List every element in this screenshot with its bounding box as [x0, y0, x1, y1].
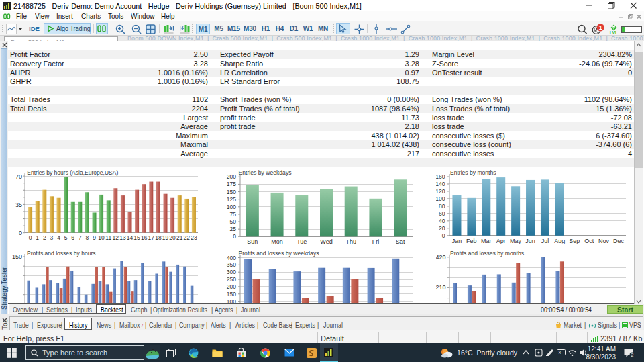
svg-text:Feb: Feb	[466, 238, 477, 244]
svg-text:11: 11	[105, 234, 111, 241]
svg-text:7: 7	[78, 234, 82, 241]
svg-text:35: 35	[15, 201, 22, 208]
svg-text:20: 20	[439, 225, 445, 232]
svg-text:2: 2	[43, 234, 46, 241]
svg-text:Sep: Sep	[569, 238, 580, 244]
svg-text:Aug: Aug	[554, 238, 565, 244]
svg-text:20: 20	[169, 234, 176, 241]
svg-text:175: 175	[227, 181, 236, 187]
svg-text:140: 140	[436, 181, 445, 187]
svg-text:Sun: Sun	[247, 238, 258, 245]
svg-text:Jan: Jan	[452, 238, 462, 244]
svg-text:2: 2	[631, 353, 634, 357]
svg-text:23: 23	[191, 234, 197, 241]
svg-text:210: 210	[436, 284, 446, 291]
svg-text:125: 125	[227, 196, 236, 203]
svg-text:Apr: Apr	[496, 238, 506, 244]
svg-text:Entries by weekdays: Entries by weekdays	[239, 169, 292, 176]
svg-text:0: 0	[442, 232, 445, 239]
svg-text:1: 1	[36, 234, 39, 241]
svg-text:160: 160	[436, 173, 445, 180]
svg-text:10: 10	[98, 234, 105, 241]
svg-text:Fri: Fri	[372, 238, 380, 245]
svg-text:6: 6	[71, 234, 74, 241]
svg-text:100: 100	[227, 203, 236, 210]
svg-text:Wed: Wed	[320, 238, 332, 245]
svg-text:X: X	[559, 351, 561, 355]
svg-text:0: 0	[19, 230, 22, 236]
svg-text:150: 150	[227, 189, 236, 195]
svg-text:17: 17	[148, 234, 155, 241]
svg-text:400: 400	[227, 255, 236, 261]
svg-text:Nov: Nov	[598, 238, 610, 244]
svg-text:1: 1	[599, 24, 602, 31]
svg-text:70: 70	[15, 173, 22, 180]
svg-text:50: 50	[230, 218, 237, 225]
svg-text:200: 200	[227, 283, 236, 290]
svg-text:25: 25	[230, 226, 237, 232]
svg-text:5: 5	[64, 234, 68, 241]
svg-text:Profits and losses by weekdays: Profits and losses by weekdays	[239, 249, 319, 257]
svg-text:21: 21	[176, 234, 183, 241]
svg-text:16: 16	[141, 234, 148, 241]
svg-text:19: 19	[162, 234, 169, 241]
svg-text:150: 150	[12, 253, 22, 260]
svg-text:Dec: Dec	[613, 238, 625, 244]
svg-text:14: 14	[127, 234, 133, 241]
svg-text:Mon: Mon	[271, 238, 283, 245]
svg-text:9: 9	[93, 234, 96, 241]
svg-text:8: 8	[86, 234, 89, 241]
svg-text:Entries by months: Entries by months	[450, 169, 496, 176]
svg-text:60: 60	[439, 210, 445, 217]
svg-text:12: 12	[113, 234, 119, 241]
svg-text:Profits and losses by hours: Profits and losses by hours	[27, 249, 96, 257]
svg-text:Sat: Sat	[396, 238, 405, 245]
svg-text:Jun: Jun	[525, 238, 535, 244]
svg-text:75: 75	[230, 211, 237, 218]
svg-text:420: 420	[436, 254, 446, 261]
svg-text:80: 80	[439, 203, 445, 210]
svg-text:Mar: Mar	[481, 238, 492, 244]
svg-text:40: 40	[439, 218, 445, 224]
svg-text:100: 100	[436, 195, 445, 202]
svg-text:250: 250	[227, 276, 236, 283]
svg-text:Tue: Tue	[297, 238, 307, 245]
svg-text:Thu: Thu	[345, 238, 356, 245]
svg-text:Oct: Oct	[584, 238, 594, 244]
svg-text:Profits and losses by months: Profits and losses by months	[450, 249, 524, 257]
svg-text:4: 4	[57, 234, 60, 241]
svg-text:LVL: LVL	[610, 30, 619, 34]
svg-text:18: 18	[155, 234, 162, 241]
svg-text:150: 150	[227, 291, 236, 298]
svg-text:350: 350	[227, 261, 236, 268]
svg-text:200: 200	[227, 173, 236, 180]
svg-text:0: 0	[29, 234, 32, 241]
svg-text:3: 3	[50, 234, 54, 241]
svg-text:Jul: Jul	[541, 238, 549, 244]
svg-text:15: 15	[133, 234, 140, 241]
svg-text:120: 120	[436, 188, 445, 195]
svg-text:22: 22	[184, 234, 191, 241]
svg-text:300: 300	[227, 269, 236, 275]
svg-text:May: May	[510, 238, 522, 244]
svg-text:Entries by hours (Asia,Europe,: Entries by hours (Asia,Europe,USA)	[27, 169, 118, 176]
svg-text:0: 0	[233, 233, 236, 240]
svg-text:13: 13	[119, 234, 126, 241]
